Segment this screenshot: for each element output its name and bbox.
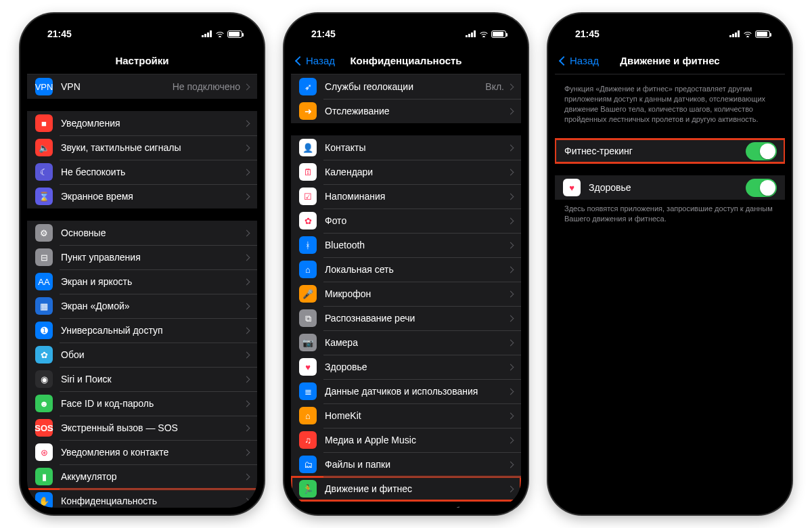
- tracking-icon: ➜: [299, 102, 317, 120]
- row-speech[interactable]: ⧉Распознавание речи: [291, 306, 521, 330]
- row-sos[interactable]: SOSЭкстренный вызов — SOS: [27, 416, 257, 440]
- group-location: ➶Службы геолокацииВкл.➜Отслеживание: [291, 74, 521, 123]
- row-reminders[interactable]: ☑Напоминания: [291, 184, 521, 208]
- row-label: Контакты: [325, 142, 508, 153]
- battery-icon: ▮: [35, 468, 53, 485]
- row-exposure[interactable]: ⊛Уведомления о контакте: [27, 440, 257, 464]
- row-files[interactable]: 🗂Файлы и папки: [291, 452, 521, 477]
- screen-3: 21:45 Назад Движение и фитнес Функция «Д…: [555, 20, 785, 508]
- reminders-icon: ☑: [299, 188, 317, 205]
- row-homekit[interactable]: ⌂HomeKit: [291, 403, 521, 428]
- row-health[interactable]: ♥Здоровье: [291, 355, 521, 379]
- row-dnd[interactable]: ☾Не беспокоить: [27, 160, 257, 184]
- row-calendar[interactable]: 🗓Календари: [291, 160, 521, 184]
- sos-icon: SOS: [35, 419, 53, 437]
- row-label: Здоровье: [589, 182, 746, 193]
- row-label: Данные датчиков и использования: [325, 386, 508, 397]
- row-accessibility[interactable]: ➊Универсальный доступ: [27, 318, 257, 343]
- row-motion[interactable]: 🏃Движение и фитнес: [291, 477, 521, 501]
- chevron-right-icon: [508, 437, 514, 443]
- chevron-right-icon: [508, 266, 514, 273]
- back-label: Назад: [570, 55, 599, 66]
- toggle-switch[interactable]: [746, 142, 777, 160]
- general-icon: ⚙: [35, 224, 53, 242]
- row-label: Файлы и папки: [325, 459, 508, 470]
- row-fitness-tracking[interactable]: Фитнес-трекинг: [555, 139, 785, 163]
- row-label: Siri и Поиск: [61, 374, 244, 384]
- chevron-left-icon: [295, 56, 304, 65]
- row-label: Звуки, тактильные сигналы: [61, 142, 244, 153]
- group-general: ⚙Основные⊟Пункт управленияAAЭкран и ярко…: [27, 221, 257, 508]
- row-label: Службы геолокации: [325, 81, 485, 92]
- row-microphone[interactable]: 🎤Микрофон: [291, 282, 521, 306]
- back-button[interactable]: Назад: [291, 55, 335, 66]
- chevron-right-icon: [508, 388, 514, 395]
- row-research[interactable]: ≣Данные датчиков и использования: [291, 379, 521, 403]
- toggle-switch[interactable]: [746, 179, 777, 197]
- exposure-icon: ⊛: [35, 443, 53, 461]
- page-title: Настройки: [27, 55, 257, 66]
- row-label: Здоровье: [325, 361, 508, 372]
- row-value: Не подключено: [173, 81, 240, 92]
- chevron-right-icon: [244, 400, 250, 407]
- chevron-right-icon: [508, 108, 514, 114]
- screen-2: 21:45 Назад Конфиденциальность ➶Службы г…: [291, 20, 521, 508]
- settings-list[interactable]: VPN VPN Не подключено ■Уведомления🔈Звуки…: [27, 74, 257, 508]
- row-battery[interactable]: ▮Аккумулятор: [27, 464, 257, 489]
- row-label: Экран «Домой»: [61, 301, 244, 311]
- row-camera[interactable]: 📷Камера: [291, 330, 521, 355]
- chevron-right-icon: [508, 461, 514, 468]
- row-label: Bluetooth: [325, 240, 508, 250]
- row-display[interactable]: AAЭкран и яркость: [27, 269, 257, 294]
- calendar-icon: 🗓: [299, 163, 317, 181]
- footer-note: Здесь появятся приложения, запросившие д…: [555, 200, 785, 224]
- row-faceid[interactable]: ☻Face ID и код-пароль: [27, 391, 257, 416]
- back-button[interactable]: Назад: [555, 55, 599, 66]
- motion-icon: 🏃: [299, 480, 317, 498]
- wallpaper-icon: ✿: [35, 346, 53, 364]
- location-icon: ➶: [299, 78, 317, 95]
- row-privacy[interactable]: ✋Конфиденциальность: [27, 489, 257, 508]
- row-label: Не беспокоить: [61, 167, 244, 177]
- chevron-right-icon: [244, 278, 250, 285]
- row-photos[interactable]: ✿Фото: [291, 208, 521, 233]
- phone-frame-3: 21:45 Назад Движение и фитнес Функция «Д…: [548, 14, 792, 514]
- row-location[interactable]: ➶Службы геолокацииВкл.: [291, 74, 521, 99]
- row-label: Фото: [325, 215, 508, 226]
- row-general[interactable]: ⚙Основные: [27, 221, 257, 245]
- row-homescreen[interactable]: ▦Экран «Домой»: [27, 294, 257, 318]
- chevron-right-icon: [244, 120, 250, 127]
- display-icon: AA: [35, 273, 53, 290]
- chevron-right-icon: [508, 242, 514, 248]
- row-siri[interactable]: ◉Siri и Поиск: [27, 367, 257, 391]
- row-media[interactable]: ♫Медиа и Apple Music: [291, 428, 521, 452]
- chevron-right-icon: [244, 498, 250, 504]
- row-screentime[interactable]: ⌛Экранное время: [27, 184, 257, 208]
- speech-icon: ⧉: [299, 309, 317, 327]
- row-bluetooth[interactable]: ᚼBluetooth: [291, 233, 521, 257]
- row-sounds[interactable]: 🔈Звуки, тактильные сигналы: [27, 135, 257, 160]
- dnd-icon: ☾: [35, 163, 53, 181]
- row-health[interactable]: ♥ Здоровье: [555, 175, 785, 200]
- wifi-icon: [479, 30, 489, 37]
- row-value: Вкл.: [485, 81, 504, 92]
- phone-frame-2: 21:45 Назад Конфиденциальность ➶Службы г…: [284, 14, 528, 514]
- chevron-right-icon: [244, 83, 250, 90]
- row-tracking[interactable]: ➜Отслеживание: [291, 99, 521, 123]
- row-controlcenter[interactable]: ⊟Пункт управления: [27, 245, 257, 269]
- motion-fitness-list[interactable]: Функция «Движение и фитнес» предоставляе…: [555, 74, 785, 508]
- row-wallpaper[interactable]: ✿Обои: [27, 343, 257, 367]
- row-label: VPN: [61, 81, 173, 92]
- privacy-list[interactable]: ➶Службы геолокацииВкл.➜Отслеживание 👤Кон…: [291, 74, 521, 508]
- row-contacts[interactable]: 👤Контакты: [291, 135, 521, 160]
- wifi-icon: [215, 30, 225, 37]
- controlcenter-icon: ⊟: [35, 248, 53, 266]
- phone-frame-1: 21:45 Настройки VPN VPN Не подключено ■У…: [20, 14, 264, 514]
- row-localnet[interactable]: ⌂Локальная сеть: [291, 257, 521, 282]
- row-vpn[interactable]: VPN VPN Не подключено: [27, 74, 257, 99]
- chevron-left-icon: [559, 56, 568, 65]
- row-label: Календари: [325, 167, 508, 177]
- row-notifications[interactable]: ■Уведомления: [27, 111, 257, 135]
- row-label: Распознавание речи: [325, 313, 508, 324]
- row-label: Экстренный вызов — SOS: [61, 422, 244, 433]
